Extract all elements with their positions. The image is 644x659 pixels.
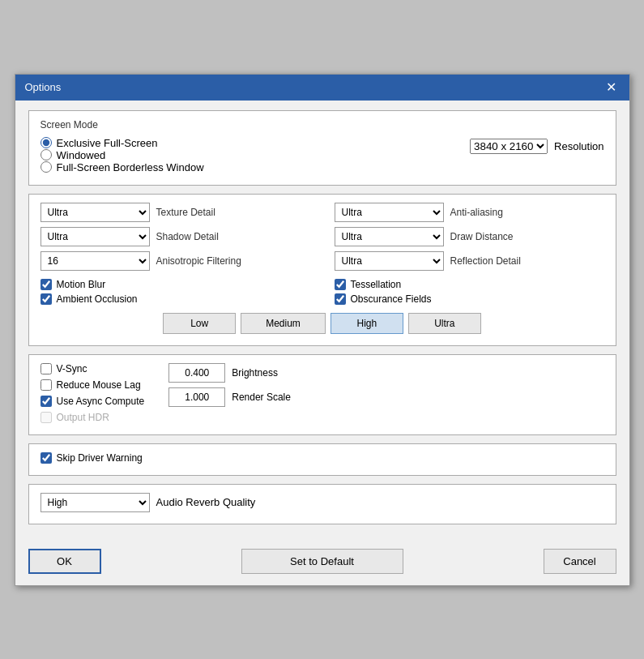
- reduce-mouse-lag-label: Reduce Mouse Lag: [57, 379, 141, 391]
- brightness-row: Brightness: [168, 363, 291, 383]
- advanced-section: V-Sync Reduce Mouse Lag Use Async Comput…: [28, 354, 616, 435]
- options-dialog: Options ✕ Screen Mode Exclusive Full-Scr…: [15, 74, 630, 586]
- render-scale-row: Render Scale: [168, 387, 291, 407]
- motion-blur-row: Motion Blur: [41, 279, 310, 290]
- resolution-label: Resolution: [554, 140, 603, 152]
- anisotropic-row: 24816 Anisotropic Filtering: [41, 251, 310, 271]
- anti-aliasing-label: Anti-aliasing: [450, 207, 503, 218]
- reflection-detail-row: UltraHighMediumLow Reflection Detail: [335, 251, 604, 271]
- motion-blur-label: Motion Blur: [57, 279, 106, 290]
- vsync-label: V-Sync: [57, 363, 87, 374]
- vsync-row: V-Sync: [41, 363, 145, 374]
- graphics-checkboxes-grid: Motion Blur Tessellation Ambient Occlusi…: [41, 279, 604, 305]
- reflection-detail-select[interactable]: UltraHighMediumLow: [335, 251, 444, 271]
- audio-reverb-label: Audio Reverb Quality: [156, 496, 256, 508]
- radio-borderless[interactable]: [41, 161, 52, 173]
- quality-ultra-button[interactable]: Ultra: [408, 313, 481, 334]
- dialog-footer: OK Set to Default Cancel: [15, 542, 629, 585]
- shadow-detail-row: UltraHighMediumLow Shadow Detail: [41, 227, 310, 246]
- resolution-select[interactable]: 3840 x 2160 2560 x 1440 1920 x 1080 1280…: [470, 139, 548, 154]
- radio-exclusive-label: Exclusive Full-Screen: [57, 137, 158, 149]
- screen-mode-section: Screen Mode Exclusive Full-Screen Window…: [28, 110, 616, 186]
- render-scale-label: Render Scale: [232, 392, 291, 403]
- tessellation-row: Tessellation: [335, 279, 604, 290]
- graphics-section: UltraHighMediumLow Texture Detail UltraH…: [28, 194, 616, 346]
- ok-button[interactable]: OK: [28, 549, 101, 574]
- driver-warning-section: Skip Driver Warning: [28, 443, 616, 476]
- set-default-button[interactable]: Set to Default: [241, 549, 403, 574]
- screen-mode-inner: Exclusive Full-Screen Windowed Full-Scre…: [41, 137, 604, 173]
- cancel-button[interactable]: Cancel: [544, 549, 616, 574]
- radio-exclusive[interactable]: [41, 137, 52, 148]
- dialog-title: Options: [25, 81, 62, 93]
- shadow-detail-label: Shadow Detail: [156, 231, 219, 242]
- output-hdr-label: Output HDR: [57, 412, 109, 423]
- async-compute-row: Use Async Compute: [41, 396, 145, 407]
- reduce-mouse-lag-row: Reduce Mouse Lag: [41, 379, 145, 391]
- close-button[interactable]: ✕: [603, 81, 620, 94]
- draw-distance-row: UltraHighMediumLow Draw Distance: [335, 227, 604, 246]
- anti-aliasing-select[interactable]: UltraHighMediumLow: [335, 203, 444, 222]
- anti-aliasing-row: UltraHighMediumLow Anti-aliasing: [335, 203, 604, 222]
- tessellation-label: Tessellation: [351, 279, 402, 290]
- render-scale-input[interactable]: [168, 387, 225, 407]
- motion-blur-checkbox[interactable]: [41, 279, 52, 290]
- anisotropic-select[interactable]: 24816: [41, 251, 150, 271]
- async-compute-checkbox[interactable]: [41, 396, 52, 407]
- output-hdr-checkbox[interactable]: [41, 412, 52, 423]
- reflection-detail-label: Reflection Detail: [450, 255, 521, 267]
- texture-detail-select[interactable]: UltraHighMediumLow: [41, 203, 150, 222]
- radio-windowed[interactable]: [41, 149, 52, 160]
- advanced-inputs: Brightness Render Scale: [168, 363, 291, 407]
- audio-section: Low Medium High Ultra Audio Reverb Quali…: [28, 484, 616, 524]
- ambient-occlusion-row: Ambient Occlusion: [41, 293, 310, 305]
- vsync-checkbox[interactable]: [41, 363, 52, 374]
- audio-reverb-select[interactable]: Low Medium High Ultra: [41, 493, 150, 512]
- dialog-content: Screen Mode Exclusive Full-Screen Window…: [15, 101, 629, 542]
- quality-low-button[interactable]: Low: [163, 313, 236, 334]
- ambient-occlusion-label: Ambient Occlusion: [57, 293, 138, 305]
- brightness-label: Brightness: [232, 367, 278, 379]
- advanced-inner: V-Sync Reduce Mouse Lag Use Async Comput…: [41, 363, 604, 423]
- texture-detail-row: UltraHighMediumLow Texture Detail: [41, 203, 310, 222]
- shadow-detail-select[interactable]: UltraHighMediumLow: [41, 227, 150, 246]
- async-compute-label: Use Async Compute: [57, 396, 145, 407]
- resolution-container: 3840 x 2160 2560 x 1440 1920 x 1080 1280…: [470, 139, 603, 154]
- anisotropic-label: Anisotropic Filtering: [156, 255, 241, 267]
- draw-distance-label: Draw Distance: [450, 231, 514, 242]
- screen-mode-radios: Exclusive Full-Screen Windowed Full-Scre…: [41, 137, 471, 173]
- obscurance-checkbox[interactable]: [335, 293, 346, 305]
- graphics-dropdowns-grid: UltraHighMediumLow Texture Detail UltraH…: [41, 203, 604, 271]
- quality-buttons-row: Low Medium High Ultra: [41, 313, 604, 334]
- reduce-mouse-lag-checkbox[interactable]: [41, 379, 52, 391]
- ambient-occlusion-checkbox[interactable]: [41, 293, 52, 305]
- quality-high-button[interactable]: High: [331, 313, 403, 334]
- tessellation-checkbox[interactable]: [335, 279, 346, 290]
- audio-inner: Low Medium High Ultra Audio Reverb Quali…: [41, 493, 604, 512]
- texture-detail-label: Texture Detail: [156, 207, 215, 218]
- draw-distance-select[interactable]: UltraHighMediumLow: [335, 227, 444, 246]
- skip-driver-warning-checkbox[interactable]: [41, 452, 52, 464]
- output-hdr-row: Output HDR: [41, 412, 145, 423]
- title-bar: Options ✕: [15, 75, 629, 101]
- quality-medium-button[interactable]: Medium: [241, 313, 326, 334]
- radio-borderless-label: Full-Screen Borderless Window: [57, 161, 204, 173]
- skip-driver-warning-row: Skip Driver Warning: [41, 452, 604, 464]
- radio-row-borderless: Full-Screen Borderless Window: [41, 161, 471, 173]
- obscurance-label: Obscurance Fields: [351, 293, 432, 305]
- advanced-checkboxes: V-Sync Reduce Mouse Lag Use Async Comput…: [41, 363, 145, 423]
- radio-row-exclusive: Exclusive Full-Screen: [41, 137, 471, 149]
- brightness-input[interactable]: [168, 363, 225, 383]
- obscurance-fields-row: Obscurance Fields: [335, 293, 604, 305]
- skip-driver-warning-label: Skip Driver Warning: [57, 452, 143, 464]
- radio-row-windowed: Windowed: [41, 149, 471, 161]
- screen-mode-label: Screen Mode: [41, 119, 604, 131]
- radio-windowed-label: Windowed: [57, 149, 106, 161]
